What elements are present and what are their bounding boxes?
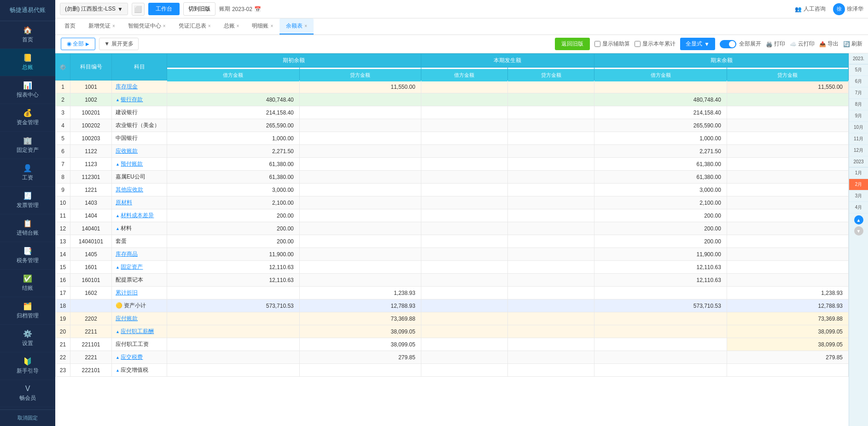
toggle-control[interactable] xyxy=(720,40,736,48)
account-link[interactable]: 库存现金 xyxy=(116,83,138,90)
month-5[interactable]: 5月 xyxy=(849,64,868,76)
month-6[interactable]: 6月 xyxy=(849,76,868,87)
expand-all-toggle[interactable]: 全部展开 xyxy=(720,40,761,48)
sidebar-item-sales[interactable]: 📋 进销台账 xyxy=(0,214,55,242)
tab-home[interactable]: 首页 xyxy=(58,18,82,35)
account-link[interactable]: 银行存款 xyxy=(121,96,143,103)
all-filter-button[interactable]: ◉ 全部 ▶ xyxy=(61,38,95,50)
sidebar-item-settings[interactable]: ⚙️ 设置 xyxy=(0,325,55,352)
cell-name[interactable]: ▲ 固定资产 xyxy=(112,261,167,274)
show-ytd-input[interactable] xyxy=(635,41,641,47)
cell-name[interactable]: 其他应收款 xyxy=(112,184,167,196)
cell-name[interactable]: ▲ 应交增值税 xyxy=(112,364,167,377)
export-button[interactable]: 📤 导出 xyxy=(819,40,839,48)
switch-oldver-button[interactable]: 切到旧版 xyxy=(183,2,216,16)
balance-table-container[interactable]: ⚙️ 科目编号 科目 期初余额 本期发生额 期末余额 借方金额 贷方金额 借方金… xyxy=(55,53,849,426)
close-smart-center[interactable]: × xyxy=(163,23,166,29)
tab-balance[interactable]: 余额表 × xyxy=(280,18,314,35)
unpin-button[interactable]: 取消固定 xyxy=(0,409,55,426)
show-aux-checkbox[interactable]: 显示辅助算 xyxy=(594,40,630,48)
month-8[interactable]: 8月 xyxy=(849,99,868,110)
workbench-button[interactable]: 工作台 xyxy=(148,3,180,15)
cell-name[interactable]: 嘉属EU公司 xyxy=(112,171,167,184)
th-settings[interactable]: ⚙️ xyxy=(56,54,70,81)
cell-name[interactable]: ▲ 预付账款 xyxy=(112,158,167,171)
service-button[interactable]: 👥 人工咨询 xyxy=(795,5,826,13)
tab-smart-center[interactable]: 智能凭证中心 × xyxy=(122,18,172,35)
sidebar-item-home[interactable]: 🏠 首页 xyxy=(0,21,55,49)
tab-voucher-summary[interactable]: 凭证汇总表 × xyxy=(172,18,217,35)
cell-name[interactable]: ▲ 材料成本差异 xyxy=(112,209,167,222)
company-selector[interactable]: (勿删) 江西股生-LSS ▼ xyxy=(60,3,128,15)
copy-button[interactable]: ⬜ xyxy=(132,3,145,16)
account-link[interactable]: 应付职工薪酬 xyxy=(121,328,154,334)
account-link[interactable]: 累计折旧 xyxy=(116,289,138,296)
cell-name[interactable]: ▲ 银行存款 xyxy=(112,93,167,106)
account-link[interactable]: 预付账款 xyxy=(121,161,143,167)
cell-name[interactable]: 中国银行 xyxy=(112,132,167,145)
account-link[interactable]: 材料成本差异 xyxy=(121,212,154,219)
month-2[interactable]: 2月 xyxy=(849,179,868,190)
sidebar-item-member[interactable]: V 畅会员 xyxy=(0,380,55,407)
nav-down-icon[interactable]: ▼ xyxy=(854,226,863,236)
cell-name[interactable]: 🟡 资产小计 xyxy=(112,299,167,312)
refresh-button[interactable]: 🔄 刷新 xyxy=(843,40,862,48)
close-detail[interactable]: × xyxy=(270,23,273,29)
cell-name[interactable]: ▲ 应付职工薪酬 xyxy=(112,325,167,338)
account-link[interactable]: 其他应收款 xyxy=(116,186,143,193)
calendar-icon[interactable]: 📅 xyxy=(254,6,261,12)
account-link[interactable]: 原材料 xyxy=(116,199,132,206)
account-link[interactable]: 库存商品 xyxy=(116,251,138,257)
cell-name[interactable]: 库存商品 xyxy=(112,248,167,261)
close-voucher-summary[interactable]: × xyxy=(208,23,211,29)
tab-new-voucher[interactable]: 新增凭证 × xyxy=(82,18,122,35)
cell-name[interactable]: ▲ 应交税费 xyxy=(112,351,167,364)
close-balance[interactable]: × xyxy=(304,23,307,29)
cell-name[interactable]: 建设银行 xyxy=(112,106,167,119)
account-link[interactable]: 应付账款 xyxy=(116,315,138,322)
cell-name[interactable]: 库存现金 xyxy=(112,81,167,93)
account-link[interactable]: 应交税费 xyxy=(121,354,143,360)
month-3[interactable]: 3月 xyxy=(849,190,868,202)
go-old-button[interactable]: 返回旧版 xyxy=(555,38,590,50)
print-button[interactable]: 🖨️ 打印 xyxy=(766,40,785,48)
account-link[interactable]: 应收账款 xyxy=(116,148,138,154)
cell-name[interactable]: 应付职工工资 xyxy=(112,338,167,351)
sidebar-item-capital[interactable]: 💰 资金管理 xyxy=(0,104,55,132)
cell-name[interactable]: 累计折旧 xyxy=(112,287,167,299)
sidebar-item-archive[interactable]: 🗂️ 归档管理 xyxy=(0,297,55,325)
expand-more-button[interactable]: ▼ 展开更多 xyxy=(99,38,138,50)
show-aux-input[interactable] xyxy=(594,41,600,47)
close-ledger[interactable]: × xyxy=(237,23,239,29)
sidebar-item-assets[interactable]: 🏢 固定资产 xyxy=(0,132,55,159)
sidebar-item-tax[interactable]: 📑 税务管理 xyxy=(0,242,55,270)
nav-up-icon[interactable]: ▲ xyxy=(854,215,863,225)
full-style-button[interactable]: 全显式 ▼ xyxy=(680,38,715,50)
sidebar-item-ledger[interactable]: 📒 总账 xyxy=(0,49,55,76)
sidebar-item-salary[interactable]: 👤 工资 xyxy=(0,159,55,187)
sidebar-item-newguide[interactable]: 🔰 新手引导 xyxy=(0,352,55,380)
month-7[interactable]: 7月 xyxy=(849,87,868,99)
month-1[interactable]: 1月 xyxy=(849,167,868,179)
cell-name[interactable]: 配提票记本 xyxy=(112,274,167,287)
show-ytd-checkbox[interactable]: 显示本年累计 xyxy=(635,40,676,48)
cell-name[interactable]: 应付账款 xyxy=(112,312,167,325)
close-new-voucher[interactable]: × xyxy=(112,23,115,29)
tab-ledger[interactable]: 总账 × xyxy=(217,18,246,35)
month-10[interactable]: 10月 xyxy=(849,122,868,133)
cloud-print-button[interactable]: ☁️ 云打印 xyxy=(790,40,815,48)
month-9[interactable]: 9月 xyxy=(849,110,868,122)
sidebar-item-invoice[interactable]: 🧾 发票管理 xyxy=(0,187,55,214)
user-menu[interactable]: 徐 徐泽华 xyxy=(833,3,863,15)
cell-name[interactable]: 应收账款 xyxy=(112,145,167,158)
month-12[interactable]: 12月 xyxy=(849,145,868,156)
account-link[interactable]: 固定资产 xyxy=(121,264,143,270)
tab-detail[interactable]: 明细账 × xyxy=(245,18,280,35)
sidebar-item-settlement[interactable]: ✅ 结账 xyxy=(0,270,55,297)
cell-name[interactable]: 原材料 xyxy=(112,196,167,209)
cell-name[interactable]: 农业银行（美金） xyxy=(112,119,167,132)
month-11[interactable]: 11月 xyxy=(849,133,868,145)
sidebar-item-reports[interactable]: 📊 报表中心 xyxy=(0,76,55,104)
cell-name[interactable]: 套蛋 xyxy=(112,235,167,248)
cell-name[interactable]: ▲ 材料 xyxy=(112,222,167,235)
